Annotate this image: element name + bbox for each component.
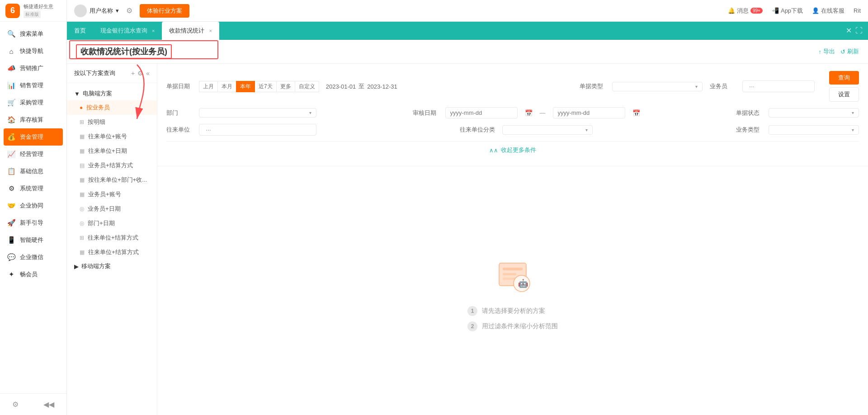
sidebar-item-vip[interactable]: ✦ 畅会员 [0, 266, 66, 283]
biz-type-select[interactable]: ▾ [769, 125, 859, 135]
scheme-item-partner-settle2[interactable]: ▦ 往来单位+结算方式 [67, 245, 157, 259]
filter-row-2: 部门 ▾ 审核日期 📅 — 📅 单据状态 [166, 107, 859, 118]
sidebar-item-finance[interactable]: 💰 资金管理 [4, 128, 63, 146]
scheme-item-dept-date[interactable]: ◎ 部门+日期 [67, 216, 157, 231]
date-tab-this-month[interactable]: 本月 [217, 81, 236, 92]
group-mobile-label: 移动端方案 [81, 262, 111, 270]
group-mobile[interactable]: ▶ 移动端方案 [67, 259, 157, 273]
refresh-button[interactable]: ↺ 刷新 [840, 47, 859, 56]
scheme-item-staff-settle-label: 业务员+结算方式 [88, 161, 133, 170]
date-start-value: 2023-01-01 [326, 83, 356, 90]
review-start-calendar-icon[interactable]: 📅 [525, 109, 533, 117]
logo-area: 6 畅捷通好生意 标准版 [0, 0, 66, 22]
sidebar-item-inventory-label: 库存核算 [20, 116, 43, 124]
sidebar-item-guide[interactable]: 🚀 新手引导 [0, 214, 66, 231]
sidebar-item-system[interactable]: ⚙ 系统管理 [0, 180, 66, 197]
refresh-icon: ↺ [840, 48, 845, 55]
date-tab-custom[interactable]: 自定义 [295, 81, 319, 92]
collapse-filter-bar[interactable]: ∧∧ 收起更多条件 [166, 141, 859, 159]
trial-industry-button[interactable]: 体验行业方案 [140, 4, 189, 18]
query-button[interactable]: 查询 [829, 71, 859, 85]
tab-home-label: 首页 [74, 27, 86, 35]
doc-status-select[interactable]: ▾ [769, 108, 859, 118]
scheme-item-by-staff[interactable]: ● 按业务员 [67, 100, 157, 115]
date-tab-more[interactable]: 更多 [276, 81, 295, 92]
tab-home[interactable]: 首页 [67, 22, 93, 40]
partner-category-select[interactable]: ▾ [502, 125, 593, 135]
partner-dots[interactable]: ··· [206, 126, 211, 133]
collapse-sidebar-icon[interactable]: ◀◀ [41, 397, 57, 411]
tab-receipts-close[interactable]: × [209, 28, 212, 33]
review-date-dash: — [540, 109, 546, 116]
partner-dept-icon: ▦ [80, 177, 85, 183]
doc-status-chevron: ▾ [852, 110, 854, 115]
sidebar-item-sales[interactable]: 📊 销售管理 [0, 77, 66, 94]
sales-icon: 📊 [7, 81, 15, 90]
online-service-action[interactable]: 👤 在线客服 [812, 7, 844, 15]
partner-select[interactable]: ··· [199, 124, 316, 136]
staff-filter-label: 业务员 [710, 82, 735, 90]
settings-bottom-icon[interactable]: ⚙ [9, 397, 21, 411]
date-tab-7days[interactable]: 近7天 [255, 81, 277, 92]
scheme-item-partner-account[interactable]: ▦ 往来单位+账号 [67, 129, 157, 144]
scheme-item-partner-date[interactable]: ▦ 往来单位+日期 [67, 144, 157, 158]
partner-account-icon: ▦ [80, 133, 85, 140]
tab-bank-flow-close[interactable]: × [152, 28, 155, 33]
sidebar-item-guide-label: 新手引导 [20, 219, 43, 227]
scheme-item-staff-account[interactable]: ▦ 业务员+账号 [67, 187, 157, 202]
staff-select[interactable]: ··· [742, 80, 815, 92]
page-title: 收款情况统计(按业务员) [76, 44, 172, 59]
review-end-calendar-icon[interactable]: 📅 [632, 109, 640, 117]
scheme-item-staff-date[interactable]: ◎ 业务员+日期 [67, 202, 157, 216]
empty-illustration: 🤖 [486, 252, 540, 297]
user-dropdown-icon[interactable]: ▾ [116, 7, 119, 14]
filter-settings-button[interactable]: 设置 [829, 87, 859, 102]
group-desktop[interactable]: ▼ 电脑端方案 [67, 87, 157, 100]
tab-expand-icon[interactable]: ⛶ [855, 27, 863, 35]
tab-receipts[interactable]: 收款情况统计 × [162, 22, 219, 40]
scheme-item-partner-date-label: 往来单位+日期 [88, 147, 127, 155]
date-tab-this-year[interactable]: 本年 [236, 81, 255, 92]
tabbar: 首页 现金银行流水查询 × 收款情况统计 × ✕ ⛶ [67, 22, 868, 40]
sidebar-item-operations[interactable]: 📈 经营管理 [0, 146, 66, 163]
review-start-input[interactable] [445, 107, 518, 118]
sidebar-item-wechat[interactable]: 💬 企业微信 [0, 249, 66, 266]
sidebar-item-corp[interactable]: 🤝 企业协同 [0, 197, 66, 214]
scheme-item-partner-settle1[interactable]: ⊞ 往来单位+结算方式 [67, 231, 157, 245]
date-range-sep: 至 [359, 82, 364, 90]
sidebar-item-base[interactable]: 📋 基础信息 [0, 163, 66, 180]
scheme-settings-button[interactable]: ⚙ [137, 70, 143, 77]
biz-type-chevron: ▾ [852, 127, 854, 132]
content-body: 按以下方案查询 + ⚙ « ▼ 电脑端方案 ● 按业务员 ⊞ 按 [67, 64, 868, 415]
tab-bank-flow[interactable]: 现金银行流水查询 × [93, 22, 162, 40]
staff-settle-icon: ▤ [80, 162, 85, 169]
add-scheme-button[interactable]: + [131, 70, 135, 77]
messages-action[interactable]: 🔔 消息 99+ [728, 7, 763, 15]
vip-icon: ✦ [7, 270, 15, 278]
review-end-input[interactable] [553, 107, 625, 118]
collapse-label: 收起更多条件 [501, 146, 536, 154]
export-button[interactable]: ↑ 导出 [819, 47, 835, 56]
app-download-action[interactable]: 📲 App下载 [772, 7, 803, 15]
export-label: 导出 [823, 47, 835, 56]
scheme-item-staff-settle[interactable]: ▤ 业务员+结算方式 [67, 158, 157, 173]
doc-type-select[interactable]: ▾ [612, 82, 703, 91]
sidebar-item-quicknav[interactable]: ⌂ 快捷导航 [0, 42, 66, 60]
dept-select[interactable]: ▾ [199, 108, 316, 118]
bell-icon: 🔔 [728, 7, 735, 14]
user-account-action[interactable]: Rit [854, 7, 861, 14]
sidebar-item-purchase[interactable]: 🛒 采购管理 [0, 94, 66, 111]
collapse-panel-button[interactable]: « [146, 70, 150, 77]
tab-bank-flow-label: 现金银行流水查询 [100, 27, 147, 35]
sidebar-item-search[interactable]: 🔍 搜索菜单 [0, 25, 66, 42]
scheme-item-partner-dept[interactable]: ▦ 按往来单位+部门+收... [67, 173, 157, 187]
sidebar-item-inventory[interactable]: 🏠 库存核算 [0, 111, 66, 128]
sidebar-item-marketing[interactable]: 📣 营销推广 [0, 60, 66, 77]
staff-dots[interactable]: ··· [749, 83, 755, 90]
topbar-gear-button[interactable]: ⚙ [124, 5, 134, 17]
date-tab-last-month[interactable]: 上月 [199, 81, 218, 92]
sidebar-item-hardware[interactable]: 📱 智能硬件 [0, 231, 66, 249]
scheme-item-detail[interactable]: ⊞ 按明细 [67, 115, 157, 129]
main-content: 收款情况统计(按业务员) ↑ 导出 ↺ 刷新 按以下方案查询 + ⚙ « [67, 40, 868, 415]
tab-close-all-icon[interactable]: ✕ [846, 26, 852, 35]
